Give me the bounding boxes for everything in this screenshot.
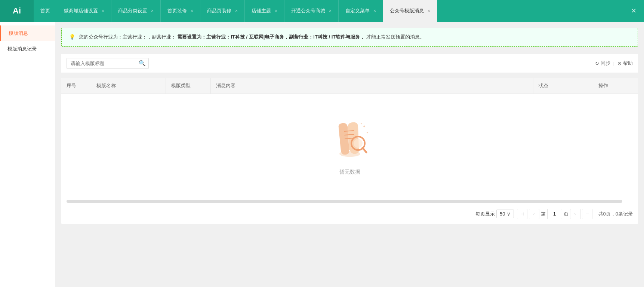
tab-close-template-msg[interactable]: × — [428, 8, 430, 13]
sync-label: 同步 — [601, 60, 610, 67]
scroll-area — [61, 198, 638, 204]
nav-tab-home-decor[interactable]: 首页装修× — [161, 0, 200, 22]
svg-line-6 — [363, 148, 366, 152]
close-all-button[interactable]: ✕ — [623, 7, 644, 15]
search-left: 🔍 — [67, 58, 149, 69]
tab-close-home-decor[interactable]: × — [191, 8, 193, 13]
horizontal-scrollbar[interactable] — [67, 200, 622, 203]
per-page-label: 每页显示 — [475, 211, 495, 217]
tab-label: 商品分类设置 — [118, 7, 147, 14]
nav-tab-shop-settings[interactable]: 微商城店铺设置× — [57, 0, 111, 22]
tab-label: 自定义菜单 — [345, 7, 370, 14]
tab-close-category-settings[interactable]: × — [151, 8, 154, 13]
first-page-button[interactable]: ⊣ — [517, 209, 527, 219]
divider: | — [613, 61, 614, 66]
th-content: 消息内容 — [211, 78, 533, 94]
notice-banner: 💡 您的公众号行业为：主营行业：，副营行业： 需要设置为：主营行业：IT科技 /… — [61, 28, 638, 47]
sidebar: 模版消息模版消息记录 — [0, 22, 55, 287]
pagination-area: 每页显示 50 ∨ ⊣ ‹ 第 页 › ⊢ 共0页，0条记录 — [61, 204, 638, 224]
th-seq: 序号 — [61, 78, 91, 94]
search-input[interactable] — [67, 58, 149, 69]
sidebar-item-template-msg-log[interactable]: 模版消息记录 — [0, 41, 55, 57]
notice-suffix: 才能正常发送预置的消息。 — [366, 34, 425, 40]
logo-text: Ai — [13, 6, 21, 16]
app-logo: Ai — [0, 0, 34, 22]
svg-point-5 — [354, 139, 363, 148]
per-page-dropdown[interactable]: 50 ∨ — [496, 210, 514, 218]
tab-close-shop-theme[interactable]: × — [275, 8, 277, 13]
help-label: 帮助 — [623, 60, 633, 67]
empty-illustration: ✦ ✦ ✦ — [327, 116, 372, 161]
th-action: 操作 — [593, 78, 638, 94]
empty-state: ✦ ✦ ✦ 暂无数据 — [61, 94, 638, 198]
tab-label: 微商城店铺设置 — [64, 7, 98, 14]
page-total: 共0页，0条记录 — [598, 211, 633, 217]
tab-close-shop-settings[interactable]: × — [102, 8, 104, 13]
nav-tabs: 首页微商城店铺设置×商品分类设置×首页装修×商品页装修×店铺主题×开通公众号商城… — [34, 0, 623, 22]
per-page-value: 50 — [500, 211, 505, 217]
tab-label: 首页 — [40, 7, 50, 14]
nav-tab-product-decor[interactable]: 商品页装修× — [200, 0, 245, 22]
notice-highlight: 需要设置为：主营行业：IT科技 / 互联网|电子商务，副营行业：IT科技 / I… — [177, 34, 365, 40]
tab-label: 店铺主题 — [252, 7, 271, 14]
last-page-button[interactable]: ⊢ — [582, 209, 592, 219]
sync-button[interactable]: ↻ 同步 — [595, 60, 610, 67]
help-icon: ⊙ — [617, 61, 622, 66]
th-status: 状态 — [533, 78, 593, 94]
notice-prefix: 您的公众号行业为：主营行业：，副营行业： — [79, 34, 176, 40]
search-area: 🔍 ↻ 同步 | ⊙ 帮助 — [61, 54, 638, 73]
nav-tab-custom-menu[interactable]: 自定义菜单× — [339, 0, 383, 22]
tab-close-open-mall[interactable]: × — [329, 8, 332, 13]
tab-label: 商品页装修 — [207, 7, 231, 14]
page-size-select: 每页显示 50 ∨ — [475, 210, 514, 218]
svg-text:✦: ✦ — [366, 131, 369, 134]
dropdown-arrow-icon: ∨ — [507, 211, 511, 217]
sync-icon: ↻ — [595, 61, 599, 66]
sidebar-item-template-msg[interactable]: 模版消息 — [0, 25, 55, 41]
tab-label: 开通公众号商城 — [291, 7, 325, 14]
nav-tab-template-msg[interactable]: 公众号模版消息× — [383, 0, 437, 22]
prev-page-button[interactable]: ‹ — [529, 209, 539, 219]
notice-icon: 💡 — [69, 34, 75, 40]
tab-label: 公众号模版消息 — [390, 7, 424, 14]
page-label: 第 — [541, 211, 546, 217]
empty-text: 暂无数据 — [339, 169, 360, 175]
svg-text:✦: ✦ — [360, 122, 363, 125]
th-name: 模版名称 — [91, 78, 166, 94]
top-nav: Ai 首页微商城店铺设置×商品分类设置×首页装修×商品页装修×店铺主题×开通公众… — [0, 0, 644, 22]
nav-tab-category-settings[interactable]: 商品分类设置× — [111, 0, 161, 22]
tab-label: 首页装修 — [167, 7, 187, 14]
tab-close-custom-menu[interactable]: × — [373, 8, 376, 13]
nav-tab-home[interactable]: 首页 — [34, 0, 57, 22]
th-type: 模版类型 — [166, 78, 211, 94]
content-area: 💡 您的公众号行业为：主营行业：，副营行业： 需要设置为：主营行业：IT科技 /… — [55, 22, 644, 287]
page-input[interactable] — [547, 209, 562, 219]
nav-tab-open-mall[interactable]: 开通公众号商城× — [284, 0, 339, 22]
search-right: ↻ 同步 | ⊙ 帮助 — [595, 60, 633, 67]
help-button[interactable]: ⊙ 帮助 — [617, 60, 633, 67]
table-header: 序号模版名称模版类型消息内容状态操作 — [61, 78, 638, 94]
tab-close-product-decor[interactable]: × — [235, 8, 238, 13]
search-button[interactable]: 🔍 — [139, 60, 146, 67]
search-input-wrap: 🔍 — [67, 58, 149, 69]
page-nav: ⊣ ‹ 第 页 › ⊢ — [517, 209, 592, 219]
table-wrap: 序号模版名称模版类型消息内容状态操作 — [61, 78, 638, 224]
main-layout: 模版消息模版消息记录 💡 您的公众号行业为：主营行业：，副营行业： 需要设置为：… — [0, 22, 644, 287]
svg-text:✦: ✦ — [363, 124, 366, 128]
page-unit: 页 — [564, 211, 568, 217]
next-page-button[interactable]: › — [570, 209, 580, 219]
nav-tab-shop-theme[interactable]: 店铺主题× — [245, 0, 284, 22]
